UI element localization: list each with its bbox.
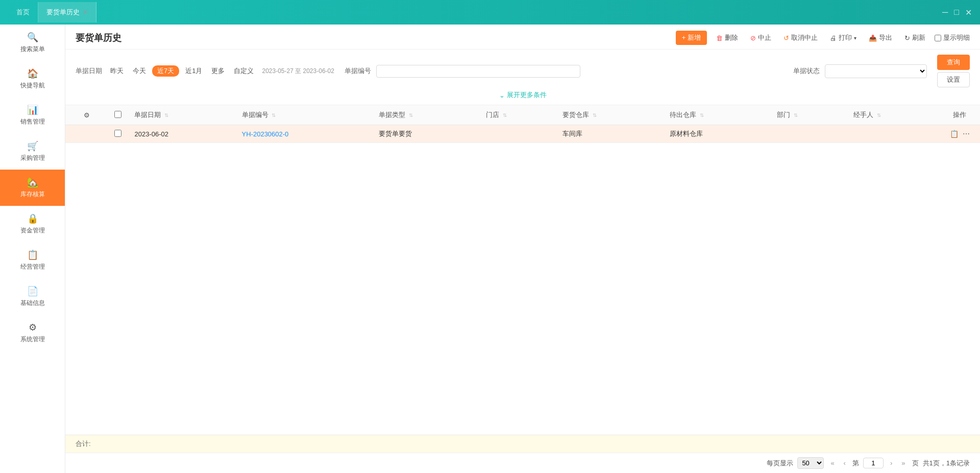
prev-page-btn[interactable]: ‹ [841, 458, 848, 468]
sidebar-item-finance-mgmt[interactable]: 🔒 资金管理 [0, 206, 65, 242]
doc-number-input[interactable] [376, 65, 580, 78]
delete-icon: 🗑 [716, 34, 723, 42]
row-req-warehouse-0: 车间库 [556, 125, 664, 143]
gear-header[interactable]: ⚙ [65, 105, 108, 125]
status-select[interactable] [825, 64, 927, 78]
stop-button[interactable]: ⊘ 中止 [747, 31, 774, 44]
table-row: 2023-06-02 YH-20230602-0 要货单要货 车间库 原材料仓库… [65, 125, 980, 143]
sidebar-item-sales-mgmt[interactable]: 📊 销售管理 [0, 97, 65, 133]
refresh-button[interactable]: ↻ 刷新 [901, 31, 928, 44]
delete-button[interactable]: 🗑 删除 [713, 31, 741, 44]
sort-icon-pending-warehouse: ⇅ [700, 112, 704, 118]
next-page-btn[interactable]: › [888, 458, 895, 468]
maximize-icon[interactable]: □ [954, 8, 959, 17]
status-label: 单据状态 [793, 66, 820, 76]
tab-home[interactable]: 首页 [8, 2, 38, 22]
per-page-select[interactable]: 50 10 20 100 [797, 457, 824, 469]
sidebar-item-inventory-label: 库存核算 [20, 190, 45, 199]
col-doc-date[interactable]: 单据日期 ⇅ [128, 105, 235, 125]
col-store[interactable]: 门店 ⇅ [480, 105, 556, 125]
page-label-before: 第 [852, 459, 859, 468]
display-detail-input[interactable] [935, 35, 941, 41]
toolbar: + 新增 🗑 删除 ⊘ 中止 ↺ 取消中止 [676, 31, 970, 45]
date-btn-today[interactable]: 今天 [130, 65, 149, 77]
op-more-icon-0[interactable]: ⋯ [963, 130, 970, 138]
row-select-0[interactable] [114, 130, 121, 137]
date-btn-custom[interactable]: 自定义 [231, 65, 257, 77]
purchase-mgmt-icon: 🛒 [27, 140, 38, 152]
minimize-icon[interactable]: ─ [942, 8, 948, 17]
first-page-btn[interactable]: « [828, 458, 837, 468]
sidebar-item-operations-mgmt[interactable]: 📋 经营管理 [0, 242, 65, 278]
checkbox-header[interactable] [108, 105, 128, 125]
display-detail-checkbox[interactable]: 显示明细 [935, 33, 970, 42]
sidebar-item-purchase-mgmt[interactable]: 🛒 采购管理 [0, 133, 65, 170]
sidebar-item-basic-info[interactable]: 📄 基础信息 [0, 278, 65, 315]
settings-button[interactable]: 设置 [937, 72, 970, 87]
sort-icon-doc-no: ⇅ [272, 112, 276, 118]
top-bar: 首页 要货单历史 ✕ ─ □ ✕ [0, 0, 980, 25]
row-doc-date-0: 2023-06-02 [128, 125, 235, 143]
filter-row-1: 单据日期 昨天 今天 近7天 近1月 更多 自定义 2023-05-27 至 2… [76, 55, 970, 87]
finance-mgmt-icon: 🔒 [27, 213, 38, 224]
expand-more-btn[interactable]: ⌄ 展开更多条件 [499, 90, 547, 100]
total-label: 合计: [76, 440, 91, 447]
close-icon[interactable]: ✕ [965, 8, 972, 17]
doc-number-filter-group: 单据编号 [345, 65, 783, 78]
col-handler[interactable]: 经手人 ⇅ [847, 105, 939, 125]
inventory-icon: 🏡 [27, 177, 38, 188]
print-icon: 🖨 [830, 34, 837, 42]
tab-home-label: 首页 [16, 8, 30, 17]
op-edit-icon-0[interactable]: 📋 [950, 130, 959, 138]
sort-icon-department: ⇅ [794, 112, 798, 118]
date-btn-more[interactable]: 更多 [208, 65, 228, 77]
page-input[interactable] [863, 458, 884, 468]
print-button[interactable]: 🖨 打印 ▾ [827, 31, 860, 44]
stop-label: 中止 [758, 33, 771, 42]
sales-mgmt-icon: 📊 [27, 104, 38, 115]
refresh-label: 刷新 [912, 33, 925, 42]
select-all-checkbox[interactable] [114, 111, 121, 118]
sort-icon-doc-type: ⇅ [409, 112, 413, 118]
search-menu-icon: 🔍 [27, 32, 38, 43]
sidebar-item-search-menu[interactable]: 🔍 搜索菜单 [0, 25, 65, 61]
table-body: 2023-06-02 YH-20230602-0 要货单要货 车间库 原材料仓库… [65, 125, 980, 143]
last-page-btn[interactable]: » [899, 458, 908, 468]
row-checkbox-0[interactable] [108, 125, 128, 143]
date-btn-7days[interactable]: 近7天 [152, 65, 179, 77]
date-btn-1month[interactable]: 近1月 [182, 65, 205, 77]
export-button[interactable]: 📤 导出 [866, 31, 895, 44]
sidebar-item-system-mgmt[interactable]: ⚙ 系统管理 [0, 315, 65, 351]
new-label: + 新增 [682, 33, 701, 42]
query-button[interactable]: 查询 [937, 55, 970, 70]
op-icons-0: 📋 ⋯ [945, 130, 974, 138]
row-store-0 [480, 125, 556, 143]
export-label: 导出 [879, 33, 892, 42]
delete-label: 删除 [725, 33, 738, 42]
sidebar: 🔍 搜索菜单 🏠 快捷导航 📊 销售管理 🛒 采购管理 🏡 库存核算 🔒 [0, 25, 65, 473]
col-doc-no[interactable]: 单据编号 ⇅ [236, 105, 373, 125]
date-filter-buttons: 昨天 今天 近7天 近1月 更多 自定义 [107, 65, 257, 77]
doc-no-link-0[interactable]: YH-20230602-0 [242, 130, 289, 138]
col-req-warehouse[interactable]: 要货仓库 ⇅ [556, 105, 664, 125]
date-btn-yesterday[interactable]: 昨天 [107, 65, 127, 77]
tab-requisition-history[interactable]: 要货单历史 ✕ [38, 2, 96, 22]
col-doc-type[interactable]: 单据类型 ⇅ [373, 105, 480, 125]
col-pending-warehouse[interactable]: 待出仓库 ⇅ [664, 105, 771, 125]
sort-icon-store: ⇅ [503, 112, 507, 118]
date-filter-group: 单据日期 昨天 今天 近7天 近1月 更多 自定义 2023-05-27 至 2… [76, 65, 334, 77]
action-buttons: 查询 设置 [937, 55, 970, 87]
new-button[interactable]: + 新增 [676, 31, 707, 45]
tab-close-icon[interactable]: ✕ [83, 9, 88, 16]
operations-mgmt-icon: 📋 [27, 249, 38, 261]
content-area: 要货单历史 + 新增 🗑 删除 ⊘ 中止 [65, 25, 980, 473]
row-doc-no-0[interactable]: YH-20230602-0 [236, 125, 373, 143]
sort-icon-doc-date: ⇅ [164, 112, 168, 118]
sidebar-item-inventory[interactable]: 🏡 库存核算 [0, 170, 65, 206]
col-department[interactable]: 部门 ⇅ [771, 105, 847, 125]
col-operation: 操作 [939, 105, 980, 125]
page-header: 要货单历史 + 新增 🗑 删除 ⊘ 中止 [65, 25, 980, 50]
row-gear-0 [65, 125, 108, 143]
sidebar-item-quick-nav[interactable]: 🏠 快捷导航 [0, 61, 65, 97]
cancel-stop-button[interactable]: ↺ 取消中止 [780, 31, 821, 44]
